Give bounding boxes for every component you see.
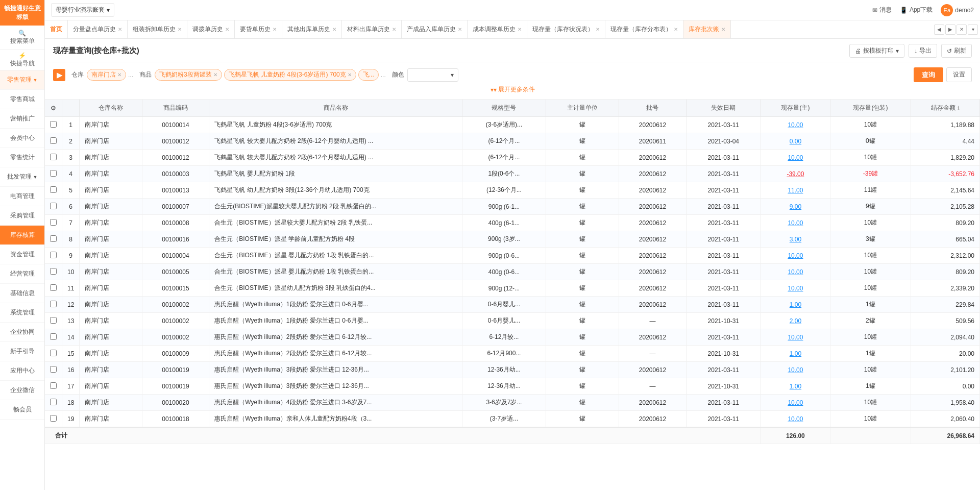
cell-qty-main[interactable]: 10.00 (761, 215, 830, 231)
row-checkbox[interactable] (50, 399, 57, 405)
cell-qty-main[interactable]: 10.00 (761, 117, 830, 133)
warehouse-more[interactable]: ... (128, 71, 133, 79)
sidebar-item-marketing[interactable]: 营销推广 (0, 109, 44, 129)
sidebar-item-shop[interactable]: 零售商城 (0, 90, 44, 109)
sidebar-item-vip[interactable]: 畅会员 (0, 400, 44, 420)
product-tag-1[interactable]: 飞鹤奶粉3段两罐装 ✕ (155, 69, 222, 81)
export-btn[interactable]: ↓ 导出 (909, 44, 937, 58)
sidebar-item-finance[interactable]: 资金管理 (0, 245, 44, 264)
sidebar-search[interactable]: 🔍 搜索菜单 (0, 26, 44, 50)
cell-qty-main[interactable]: 2.00 (761, 313, 830, 329)
sidebar-item-stats[interactable]: 零售统计 (0, 148, 44, 167)
cell-qty-main[interactable]: 0.00 (761, 133, 830, 150)
cell-qty-main[interactable]: 11.00 (761, 182, 830, 199)
quick-nav[interactable]: ⚡ 快捷导航 (0, 50, 44, 70)
sidebar-item-purchase[interactable]: 采购管理 (0, 206, 44, 226)
row-checkbox[interactable] (50, 186, 57, 193)
tab-menu[interactable]: ▾ (968, 24, 978, 35)
sidebar-item-ecommerce[interactable]: 电商管理 (0, 187, 44, 206)
messages-btn[interactable]: ✉ 消息 (872, 6, 892, 14)
cell-qty-main[interactable]: 3.00 (761, 231, 830, 248)
tab-split-count-hist[interactable]: 分量盘点单历史✕ (68, 20, 128, 39)
sidebar-item-retail[interactable]: 零售管理 ▼ (0, 70, 44, 90)
tab-close-disassemble-hist[interactable]: ✕ (178, 27, 182, 32)
template-print-btn[interactable]: 🖨 按模板打印 ▾ (849, 44, 904, 58)
sidebar-item-inventory[interactable]: 库存核算 (0, 226, 44, 245)
tab-close-current[interactable]: ✕ (957, 24, 967, 35)
sidebar-item-member[interactable]: 会员中心 (0, 129, 44, 148)
cell-qty-main[interactable]: 1.00 (761, 297, 830, 313)
user-avatar[interactable]: Ea demo2 (941, 4, 974, 16)
tab-other-out-hist[interactable]: 其他出库单历史✕ (282, 20, 342, 39)
sidebar-item-basic[interactable]: 基础信息 (0, 284, 44, 303)
tab-close-req-hist[interactable]: ✕ (273, 27, 277, 32)
tab-close-cost-adjust-hist[interactable]: ✕ (518, 27, 522, 32)
refresh-btn[interactable]: ↺ 刷新 (941, 44, 972, 58)
product-tag-3[interactable]: 飞... (358, 69, 379, 81)
tab-inventory-status[interactable]: 现存量（库存状况表）✕ (527, 20, 605, 39)
cell-qty-main[interactable]: 10.00 (761, 411, 830, 428)
row-checkbox[interactable] (50, 235, 57, 242)
row-checkbox[interactable] (50, 350, 57, 356)
tab-mixing-hist[interactable]: 调拨单历史✕ (187, 20, 235, 39)
sidebar-item-wechat[interactable]: 企业微信 (0, 381, 44, 400)
query-btn[interactable]: 查询 (914, 67, 943, 82)
tab-close-inventory-status[interactable]: ✕ (596, 27, 600, 32)
tab-close-other-out-hist[interactable]: ✕ (332, 27, 336, 32)
tab-home[interactable]: 首页 (45, 20, 68, 39)
org-selector[interactable]: 母婴行业演示账套 ▾ (51, 3, 114, 17)
product-tag-2-remove[interactable]: ✕ (348, 72, 352, 78)
th-settings[interactable]: ⚙ (45, 100, 62, 117)
app-download-btn[interactable]: 📱 App下载 (900, 6, 933, 14)
tab-material-out-hist[interactable]: 材料出库单历史✕ (342, 20, 402, 39)
tab-close-material-out-hist[interactable]: ✕ (392, 27, 396, 32)
row-checkbox[interactable] (50, 219, 57, 226)
cell-qty-main[interactable]: 10.00 (761, 362, 830, 378)
cell-qty-main[interactable]: 1.00 (761, 378, 830, 395)
row-checkbox[interactable] (50, 137, 57, 144)
balance-info-icon[interactable]: ℹ (958, 105, 960, 111)
tab-product-in-hist[interactable]: 产成品入库单历史✕ (402, 20, 468, 39)
row-checkbox[interactable] (50, 203, 57, 209)
cell-qty-main[interactable]: 1.00 (761, 346, 830, 362)
cell-qty-main[interactable]: 10.00 (761, 329, 830, 346)
cell-qty-main[interactable]: 10.00 (761, 395, 830, 411)
expand-conditions-btn[interactable]: ▾▾ 展开更多条件 (53, 85, 972, 94)
filter-toggle-btn[interactable]: ▶ (53, 69, 65, 81)
product-tag-1-remove[interactable]: ✕ (213, 72, 217, 78)
cell-qty-main[interactable]: 9.00 (761, 199, 830, 215)
cell-qty-main[interactable]: 10.00 (761, 264, 830, 280)
product-more[interactable]: ... (381, 71, 386, 79)
sidebar-item-operations[interactable]: 经营管理 (0, 264, 44, 284)
row-checkbox[interactable] (50, 317, 57, 324)
sidebar-item-enterprise[interactable]: 企业协同 (0, 323, 44, 342)
sidebar-item-apps[interactable]: 应用中心 (0, 361, 44, 381)
row-checkbox[interactable] (50, 415, 57, 422)
tab-close-inventory-batch[interactable]: ✕ (721, 27, 725, 32)
tab-disassemble-hist[interactable]: 组装拆卸单历史✕ (128, 20, 187, 39)
row-checkbox[interactable] (50, 170, 57, 177)
row-checkbox[interactable] (50, 301, 57, 307)
tab-scroll-right[interactable]: ▶ (945, 24, 955, 35)
sidebar-item-system[interactable]: 系统管理 (0, 303, 44, 323)
tab-inventory-batch[interactable]: 库存批次账✕ (683, 20, 731, 39)
tab-req-hist[interactable]: 要货单历史✕ (235, 20, 282, 39)
tab-close-mixing-hist[interactable]: ✕ (225, 27, 229, 32)
sidebar-item-guide[interactable]: 新手引导 (0, 342, 44, 361)
cell-qty-main[interactable]: 10.00 (761, 280, 830, 297)
tab-cost-adjust-hist[interactable]: 成本调整单历史✕ (468, 20, 527, 39)
row-checkbox[interactable] (50, 382, 57, 389)
row-checkbox[interactable] (50, 366, 57, 373)
cell-qty-main[interactable]: -39.00 (761, 166, 830, 182)
tab-close-product-in-hist[interactable]: ✕ (458, 27, 462, 32)
cell-qty-main[interactable]: 10.00 (761, 150, 830, 166)
sidebar-item-wholesale[interactable]: 批发管理 ▼ (0, 167, 44, 187)
row-checkbox[interactable] (50, 121, 57, 128)
tab-close-inventory-dist[interactable]: ✕ (674, 27, 678, 32)
warehouse-tag-nanan[interactable]: 南岸门店 ✕ (87, 69, 126, 81)
tab-close-split-count-hist[interactable]: ✕ (118, 27, 122, 32)
warehouse-tag-remove[interactable]: ✕ (117, 72, 121, 78)
tab-inventory-dist[interactable]: 现存量（库存分布表）✕ (605, 20, 683, 39)
cell-qty-main[interactable]: 10.00 (761, 248, 830, 264)
product-tag-2[interactable]: 飞鹤星飞帆 儿童奶粉 4段(3-6岁适用) 700克 ✕ (224, 69, 356, 81)
